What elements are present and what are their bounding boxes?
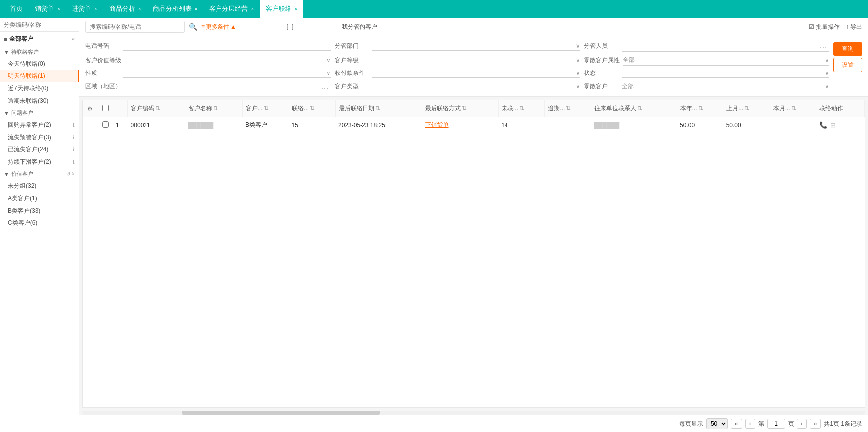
sidebar-search-input[interactable] <box>4 21 78 28</box>
filter-search-icon[interactable]: 🔍 <box>189 23 197 31</box>
filter-phone-input[interactable] <box>123 42 331 49</box>
page-input[interactable] <box>767 419 785 429</box>
th-name[interactable]: 客户名称⇅ <box>185 100 242 117</box>
sidebar-item-ungrouped[interactable]: 未分组(32) <box>0 180 79 192</box>
more-conditions-btn[interactable]: ≡ 更多条件 ▲ <box>201 23 236 31</box>
th-not-contacted[interactable]: 未联...⇅ <box>498 100 545 117</box>
th-this-year[interactable]: 本年...⇅ <box>677 100 723 117</box>
nav-purchase-close[interactable]: × <box>94 6 97 12</box>
prev-prev-btn[interactable]: « <box>731 419 742 429</box>
search-input[interactable] <box>85 21 185 33</box>
nav-customer-tier[interactable]: 客户分层经营 × <box>203 0 260 18</box>
my-customers-checkbox[interactable] <box>240 24 340 30</box>
td-last-method[interactable]: 下销货单 <box>422 117 499 133</box>
filter-customer-level-select[interactable]: ∨ <box>372 56 580 65</box>
th-check[interactable] <box>98 100 113 117</box>
sidebar-item-churned[interactable]: 已流失客户(24) ℹ <box>0 144 79 156</box>
nav-purchase[interactable]: 进货单 × <box>66 0 103 18</box>
th-action: 联络动作 <box>816 100 865 117</box>
th-overdue[interactable]: 逾期...⇅ <box>545 100 591 117</box>
edit-icon[interactable]: ✎ <box>71 171 75 177</box>
settings-button[interactable]: 设置 <box>833 58 862 72</box>
section-value-customers[interactable]: ▼ 价值客户 ↺ ✎ <box>0 168 79 180</box>
top-nav: 首页 销货单 × 进货单 × 商品分析 × 商品分析列表 × 客户分层经营 × … <box>0 0 868 18</box>
filter-department-select[interactable]: ∨ <box>372 41 580 51</box>
sort-icon: ⇅ <box>155 105 160 112</box>
sidebar-item-class-b[interactable]: B类客户(33) <box>0 205 79 217</box>
filter-nature-select[interactable]: ∨ <box>123 69 331 78</box>
nav-customer-tier-close[interactable]: × <box>251 6 254 12</box>
nav-product-analysis-close[interactable]: × <box>138 6 141 12</box>
th-unit-contact[interactable]: 往来单位联系人⇅ <box>591 100 677 117</box>
filter-region-select[interactable]: … <box>124 81 331 92</box>
th-code[interactable]: 客户编码⇅ <box>128 100 185 117</box>
nav-home[interactable]: 首页 <box>4 0 29 18</box>
section-arrow: ▼ <box>4 49 9 55</box>
filter-row-3: 性质 ∨ 收付款条件 ∨ <box>85 69 829 78</box>
sidebar-item-churn-warning[interactable]: 流失预警客户(3) ℹ <box>0 131 79 144</box>
filter-status-select[interactable]: ∨ <box>622 69 829 78</box>
sidebar-item-7days-contact[interactable]: 近7天待联络(0) <box>0 82 79 95</box>
th-gear[interactable]: ⚙ <box>83 100 98 117</box>
filter-region: 区域（地区） … <box>85 81 331 92</box>
td-check[interactable] <box>98 117 113 133</box>
prev-btn[interactable]: ‹ <box>745 419 755 429</box>
sort-icon: ⇅ <box>264 105 269 112</box>
grid-action-icon[interactable]: ⊞ <box>830 121 836 129</box>
query-button[interactable]: 查询 <box>833 42 862 56</box>
section-pending-contact[interactable]: ▼ 待联络客户 <box>0 46 79 58</box>
filter-manager-label: 分管人员 <box>584 42 619 50</box>
th-last-method[interactable]: 最后联络方式⇅ <box>422 100 499 117</box>
next-next-btn[interactable]: » <box>810 419 821 429</box>
batch-op-btn[interactable]: ☑ 批量操作 <box>809 23 840 31</box>
sidebar-item-tomorrow-contact[interactable]: 明天待联络(1) <box>0 70 79 82</box>
nav-customer-contact[interactable]: 客户联络 × <box>260 0 303 18</box>
nav-product-analysis-list-close[interactable]: × <box>195 6 198 12</box>
per-page-select[interactable]: 50 <box>706 418 728 429</box>
nav-customer-contact-close[interactable]: × <box>294 6 297 12</box>
filter-payment-terms-select[interactable]: ∨ <box>372 69 580 78</box>
my-customers-checkbox-label[interactable]: 我分管的客户 <box>240 23 377 31</box>
sidebar-item-today-contact[interactable]: 今天待联络(0) <box>0 58 79 70</box>
filter-department-label: 分管部门 <box>335 42 369 50</box>
filter-retail-attr-select[interactable]: 全部 ∨ <box>623 55 829 66</box>
filter-retail-customer-select[interactable]: 全部 ∨ <box>622 81 829 92</box>
export-btn[interactable]: ↑ 导出 <box>846 23 862 31</box>
phone-action-icon[interactable]: 📞 <box>819 121 827 129</box>
filter-retail-customer: 零散客户 全部 ∨ <box>584 81 829 92</box>
scrollbar-thumb[interactable] <box>182 411 380 415</box>
refresh-icon[interactable]: ↺ <box>66 171 70 177</box>
nav-product-analysis[interactable]: 商品分析 × <box>103 0 147 18</box>
row-checkbox[interactable] <box>102 121 109 128</box>
section-problem-customers[interactable]: ▼ 问题客户 <box>0 107 79 119</box>
th-type[interactable]: 客户...⇅ <box>242 100 289 117</box>
all-customers-header[interactable]: ■ 全部客户 « <box>0 32 79 46</box>
next-btn[interactable]: › <box>797 419 807 429</box>
sidebar-item-class-c[interactable]: C类客户(6) <box>0 217 79 229</box>
filter-region-dots[interactable]: … <box>321 82 329 91</box>
nav-product-analysis-list[interactable]: 商品分析列表 × <box>147 0 204 18</box>
nav-sales[interactable]: 销货单 × <box>29 0 66 18</box>
double-arrow-icon[interactable]: « <box>72 36 75 42</box>
th-index <box>113 100 128 117</box>
filter-manager-dots[interactable]: … <box>819 41 827 50</box>
th-contact[interactable]: 联络...⇅ <box>289 100 336 117</box>
sidebar-item-class-a[interactable]: A类客户(1) <box>0 192 79 205</box>
select-all-checkbox[interactable] <box>102 105 109 111</box>
filter-manager-select[interactable]: … <box>622 40 829 52</box>
filter-value-level-select[interactable]: ∨ <box>124 56 331 65</box>
horizontal-scrollbar[interactable] <box>82 411 865 415</box>
sort-icon: ⇅ <box>791 105 796 112</box>
th-last-date[interactable]: 最后联络日期⇅ <box>335 100 422 117</box>
th-last-month[interactable]: 上月...⇅ <box>723 100 770 117</box>
table-header-row: ⚙ 客户编码⇅ 客户名称⇅ 客户...⇅ 联络...⇅ 最后联络日期⇅ 最后联络… <box>83 100 865 117</box>
sidebar-item-repurchase-abnormal[interactable]: 回购异常客户(2) ℹ <box>0 119 79 131</box>
filter-customer-type-select[interactable]: ∨ <box>372 82 580 91</box>
nav-sales-close[interactable]: × <box>57 6 60 12</box>
td-code: 000021 <box>128 117 185 133</box>
sidebar-item-declining[interactable]: 持续下滑客户(2) ℹ <box>0 156 79 168</box>
td-contact: 15 <box>289 117 336 133</box>
sidebar-item-overdue-contact[interactable]: 逾期未联络(30) <box>0 95 79 107</box>
th-this-month[interactable]: 本月...⇅ <box>770 100 816 117</box>
sort-icon: ⇅ <box>744 105 749 112</box>
